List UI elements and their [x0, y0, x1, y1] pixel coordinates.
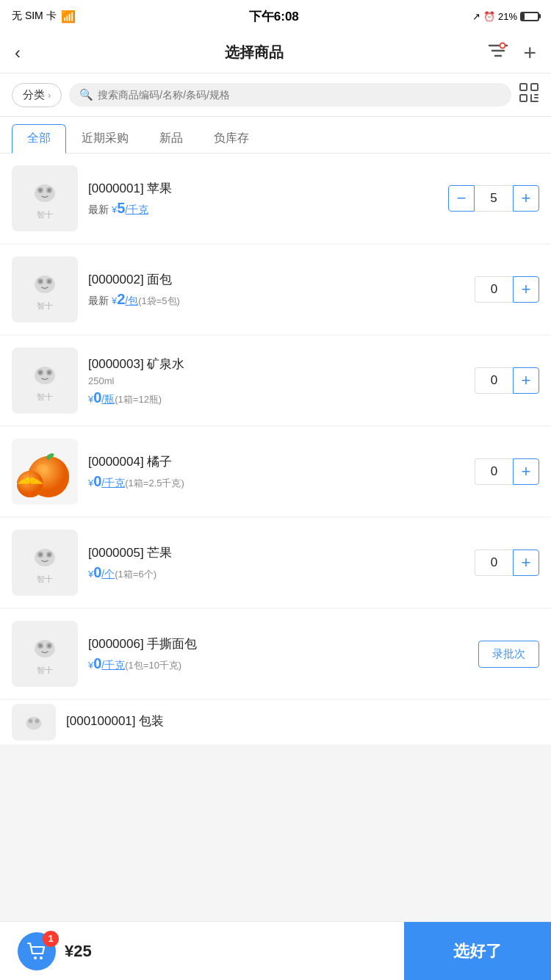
chevron-right-icon: ›	[48, 90, 51, 101]
nav-actions: +	[488, 40, 536, 65]
svg-point-50	[35, 719, 40, 724]
wifi-icon: 📶	[61, 10, 76, 24]
svg-point-52	[40, 956, 43, 959]
product-thumbnail: 智十	[12, 165, 78, 231]
increase-button[interactable]: +	[513, 550, 539, 576]
tab-new[interactable]: 新品	[144, 124, 198, 153]
bottom-bar: 1 ¥25 选好了	[0, 921, 551, 980]
quantity-input[interactable]	[475, 458, 513, 485]
quantity-control: − +	[448, 185, 539, 212]
product-info: [0000003] 矿泉水 250ml ¥0/瓶(1箱=12瓶)	[88, 356, 464, 406]
quantity-control: +	[475, 367, 539, 394]
alarm-icon: ⏰	[483, 11, 495, 22]
product-name: [0000003] 矿泉水	[88, 356, 464, 372]
svg-point-29	[37, 464, 48, 472]
tab-all[interactable]: 全部	[12, 124, 66, 154]
product-item: 智十 [0000001] 苹果 最新 ¥5/千克 − +	[0, 154, 551, 243]
svg-point-25	[48, 371, 51, 374]
add-button[interactable]: +	[523, 40, 536, 65]
svg-point-51	[34, 956, 37, 959]
increase-button[interactable]: +	[513, 185, 539, 212]
search-input[interactable]	[98, 89, 501, 101]
product-name: [0000006] 手撕面包	[88, 635, 468, 652]
product-item: 智十 [0000005] 芒果 ¥0/个(1箱=6个) +	[0, 518, 551, 608]
product-info: [0000005] 芒果 ¥0/个(1箱=6个)	[88, 544, 464, 581]
product-price: ¥0/个(1箱=6个)	[88, 564, 464, 581]
svg-point-11	[35, 184, 55, 202]
svg-point-15	[48, 189, 51, 192]
svg-point-49	[29, 719, 33, 724]
quantity-control: +	[475, 276, 539, 303]
svg-rect-6	[520, 95, 527, 101]
confirm-button[interactable]: 选好了	[404, 922, 551, 981]
increase-button[interactable]: +	[513, 276, 539, 303]
svg-point-48	[26, 717, 42, 730]
category-label: 分类	[23, 88, 45, 102]
svg-point-43	[35, 640, 55, 657]
quantity-input[interactable]	[475, 367, 513, 394]
quantity-input[interactable]	[475, 185, 513, 212]
location-icon: ↗	[472, 11, 480, 22]
product-price: 最新 ¥5/千克	[88, 200, 438, 217]
tab-negative[interactable]: 负库存	[198, 124, 264, 153]
svg-point-38	[35, 549, 55, 566]
svg-point-46	[39, 644, 42, 647]
product-item: 智十 [0000006] 手撕面包 ¥0/千克(1包=10千克) 录批次	[0, 609, 551, 699]
increase-button[interactable]: +	[513, 458, 539, 485]
brand-label: 智十	[37, 392, 53, 403]
product-item: [0000004] 橘子 ¥0/千克(1箱=2.5千克) +	[0, 427, 551, 516]
cart-button[interactable]: 1	[18, 932, 56, 970]
batch-button[interactable]: 录批次	[478, 641, 539, 668]
product-item-partial: [000100001] 包装	[0, 700, 551, 744]
brand-label: 智十	[37, 665, 53, 676]
quantity-control: +	[475, 550, 539, 576]
product-name: [0000002] 面包	[88, 271, 464, 288]
tab-recent[interactable]: 近期采购	[66, 124, 144, 153]
product-price: ¥0/千克(1包=10千克)	[88, 655, 468, 672]
product-name: [0000005] 芒果	[88, 544, 464, 561]
product-spec: 250ml	[88, 375, 464, 386]
time-display: 下午6:08	[249, 8, 299, 25]
nav-bar: ‹ 选择商品 +	[0, 32, 551, 73]
product-price: ¥0/瓶(1箱=12瓶)	[88, 389, 464, 406]
carrier-text: 无 SIM 卡	[12, 10, 57, 23]
status-right: ↗ ⏰ 21%	[472, 11, 539, 22]
back-button[interactable]: ‹	[15, 43, 21, 63]
product-thumbnail: 智十	[12, 256, 78, 323]
increase-button[interactable]: +	[513, 367, 539, 394]
product-thumbnail	[12, 439, 78, 505]
category-button[interactable]: 分类 ›	[12, 83, 62, 107]
product-thumbnail: 智十	[12, 347, 78, 414]
quantity-input[interactable]	[475, 276, 513, 303]
product-thumbnail: 智十	[12, 530, 78, 596]
decrease-button[interactable]: −	[448, 185, 475, 212]
page-title: 选择商品	[225, 43, 284, 62]
svg-rect-4	[520, 84, 527, 90]
battery-text: 21%	[498, 11, 517, 22]
status-bar: 无 SIM 卡 📶 下午6:08 ↗ ⏰ 21%	[0, 0, 551, 32]
battery-icon	[520, 12, 539, 21]
quantity-control: +	[475, 458, 539, 485]
quantity-input[interactable]	[475, 550, 513, 576]
batch-control: 录批次	[478, 641, 539, 668]
product-name: [000100001] 包装	[66, 713, 539, 729]
search-icon: 🔍	[79, 88, 93, 101]
svg-point-24	[39, 371, 42, 374]
cart-total: ¥25	[65, 942, 92, 961]
product-item: 智十 [0000003] 矿泉水 250ml ¥0/瓶(1箱=12瓶) +	[0, 336, 551, 425]
search-box: 🔍	[69, 83, 511, 107]
product-price: 最新 ¥2/包(1袋=5包)	[88, 291, 464, 308]
scan-icon[interactable]	[519, 82, 539, 107]
svg-point-41	[39, 553, 42, 556]
tab-row: 全部 近期采购 新品 负库存	[0, 117, 551, 154]
product-item: 智十 [0000002] 面包 最新 ¥2/包(1袋=5包) +	[0, 245, 551, 334]
brand-label: 智十	[37, 300, 53, 311]
filter-row: 分类 › 🔍	[0, 73, 551, 117]
status-left: 无 SIM 卡 📶	[12, 10, 76, 24]
svg-point-3	[500, 43, 505, 48]
svg-point-14	[39, 189, 42, 192]
svg-point-19	[39, 280, 42, 283]
product-price: ¥0/千克(1箱=2.5千克)	[88, 473, 464, 490]
product-info: [0000002] 面包 最新 ¥2/包(1袋=5包)	[88, 271, 464, 308]
filter-icon[interactable]	[488, 42, 508, 64]
